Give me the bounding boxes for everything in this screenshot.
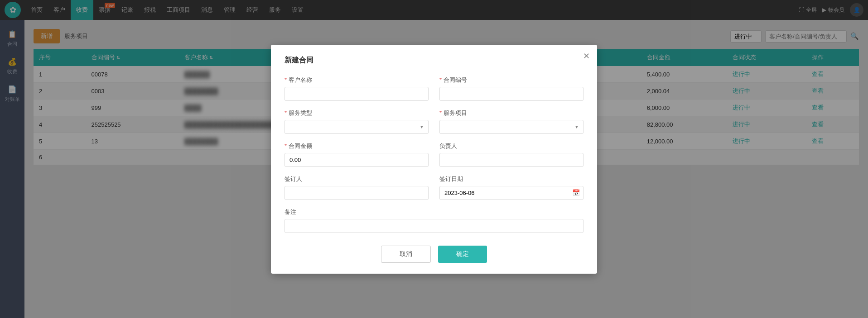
sign-date-label: 签订日期 (439, 175, 583, 183)
dialog-close-button[interactable]: ✕ (583, 52, 590, 60)
customer-name-label: * 客户名称 (285, 76, 429, 84)
signer-input[interactable] (285, 186, 429, 200)
form-group-remark: 备注 (285, 208, 583, 233)
service-item-select-wrap (439, 120, 583, 134)
required-star-3: * (285, 109, 287, 116)
dialog-title: 新建合同 (285, 56, 583, 65)
form-group-service-type: * 服务类型 (285, 109, 429, 134)
form-group-responsible: 负责人 (439, 142, 583, 167)
customer-name-input[interactable] (285, 87, 429, 101)
form-row-5: 备注 (285, 208, 583, 233)
modal-overlay: ✕ 新建合同 * 客户名称 * 合同编号 * (0, 0, 868, 318)
new-contract-dialog: ✕ 新建合同 * 客户名称 * 合同编号 * (271, 45, 597, 274)
contract-amount-label: * 合同金额 (285, 142, 429, 150)
responsible-person-input[interactable] (439, 153, 583, 167)
required-star: * (285, 76, 287, 83)
form-group-customer: * 客户名称 (285, 76, 429, 101)
signer-label: 签订人 (285, 175, 429, 183)
service-item-select[interactable] (439, 120, 583, 134)
sign-date-wrap: 📅 (439, 186, 583, 200)
required-star-4: * (439, 109, 442, 116)
confirm-button[interactable]: 确定 (438, 246, 487, 263)
form-group-sign-date: 签订日期 📅 (439, 175, 583, 200)
form-row-4: 签订人 签订日期 📅 (285, 175, 583, 200)
contract-amount-input[interactable] (285, 153, 429, 167)
cancel-button[interactable]: 取消 (381, 246, 431, 263)
service-type-select-wrap (285, 120, 429, 134)
remark-input[interactable] (285, 219, 583, 233)
form-group-signer: 签订人 (285, 175, 429, 200)
contract-no-input[interactable] (439, 87, 583, 101)
form-group-contract-no: * 合同编号 (439, 76, 583, 101)
form-group-amount: * 合同金额 (285, 142, 429, 167)
form-row-1: * 客户名称 * 合同编号 (285, 76, 583, 101)
form-group-service-item: * 服务项目 (439, 109, 583, 134)
required-star-2: * (439, 76, 442, 83)
sign-date-input[interactable] (439, 186, 583, 200)
responsible-person-label: 负责人 (439, 142, 583, 150)
contract-no-label: * 合同编号 (439, 76, 583, 84)
service-item-label: * 服务项目 (439, 109, 583, 117)
required-star-5: * (285, 142, 287, 149)
form-row-3: * 合同金额 负责人 (285, 142, 583, 167)
form-row-2: * 服务类型 * 服务项目 (285, 109, 583, 134)
dialog-footer: 取消 确定 (285, 246, 583, 263)
calendar-icon[interactable]: 📅 (572, 189, 580, 196)
remark-label: 备注 (285, 208, 583, 216)
service-type-select[interactable] (285, 120, 429, 134)
service-type-label: * 服务类型 (285, 109, 429, 117)
